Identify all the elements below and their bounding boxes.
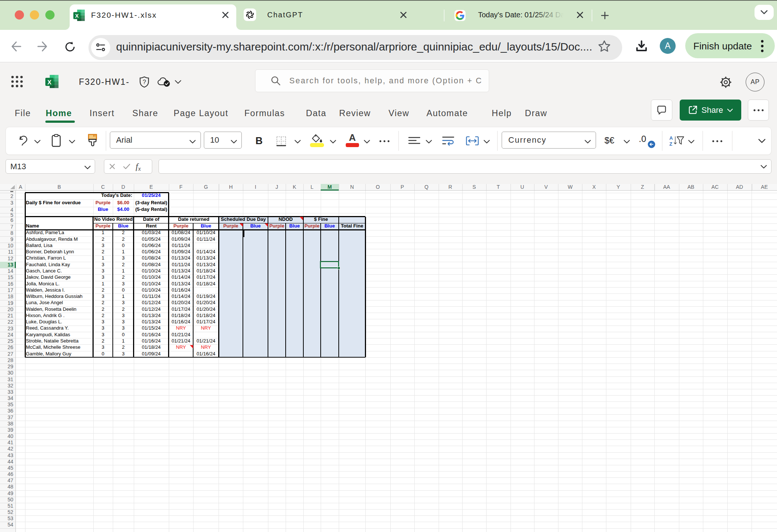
svg-text:Z: Z [669, 141, 672, 147]
svg-text:?: ? [143, 79, 146, 85]
svg-text:A: A [669, 135, 673, 141]
svg-text:X: X [75, 13, 79, 19]
svg-text:X: X [47, 79, 51, 86]
